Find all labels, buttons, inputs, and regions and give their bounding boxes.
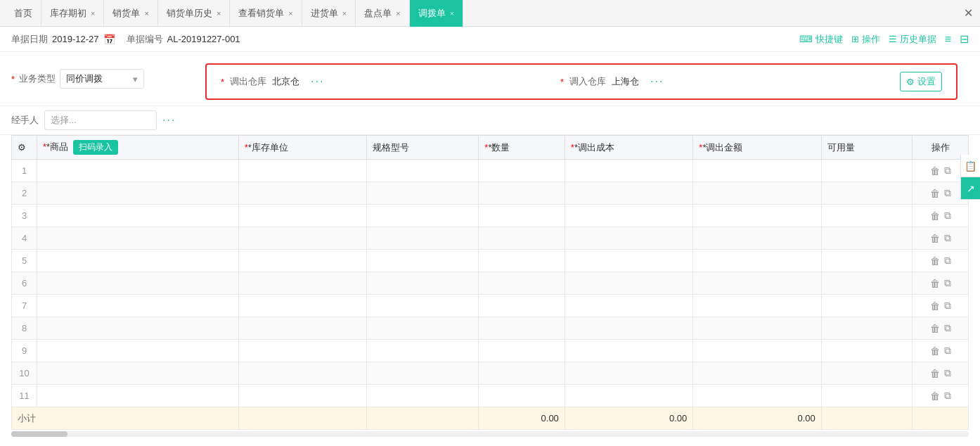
business-type-dropdown[interactable]: 同价调拨 ▾	[60, 69, 144, 89]
cell-qty[interactable]	[479, 250, 565, 272]
out-warehouse-more-icon[interactable]: ···	[311, 75, 324, 88]
tab-view-sales[interactable]: 查看销货单 ×	[230, 0, 302, 27]
calendar-icon[interactable]: 📅	[103, 34, 115, 45]
cell-product[interactable]	[37, 362, 239, 385]
layout-btn1[interactable]: ≡	[945, 33, 951, 46]
cell-unit[interactable]	[238, 227, 366, 250]
cell-amount[interactable]	[693, 362, 821, 385]
cell-product[interactable]	[37, 385, 239, 407]
cell-spec[interactable]	[367, 160, 479, 182]
copy-icon[interactable]: ⧉	[944, 210, 951, 222]
cell-spec[interactable]	[367, 340, 479, 362]
tab-sales-history[interactable]: 销货单历史 ×	[158, 0, 230, 27]
delete-icon[interactable]: 🗑	[930, 300, 940, 312]
cell-cost[interactable]	[565, 227, 692, 250]
cell-product[interactable]	[37, 182, 239, 205]
cell-qty[interactable]	[479, 362, 565, 385]
cell-cost[interactable]	[565, 182, 692, 205]
cell-qty[interactable]	[479, 272, 565, 295]
scroll-track[interactable]	[11, 431, 969, 437]
cell-unit[interactable]	[238, 272, 366, 295]
close-icon[interactable]: ×	[342, 9, 347, 18]
copy-icon[interactable]: ⧉	[944, 187, 951, 199]
tab-sales-order[interactable]: 销货单 ×	[104, 0, 157, 27]
delete-icon[interactable]: 🗑	[930, 210, 940, 222]
cell-qty[interactable]	[479, 205, 565, 227]
cell-qty[interactable]	[479, 227, 565, 250]
delete-icon[interactable]: 🗑	[930, 390, 940, 402]
history-btn[interactable]: ☰ 历史单据	[889, 33, 936, 46]
cell-spec[interactable]	[367, 385, 479, 407]
cell-unit[interactable]	[238, 362, 366, 385]
settings-button[interactable]: ⚙ 设置	[900, 72, 942, 91]
close-icon[interactable]: ×	[450, 9, 454, 18]
delete-icon[interactable]: 🗑	[930, 233, 940, 244]
close-window-icon[interactable]: ✕	[964, 6, 973, 20]
copy-icon[interactable]: ⧉	[944, 390, 951, 402]
cell-cost[interactable]	[565, 317, 692, 340]
copy-icon[interactable]: ⧉	[944, 345, 951, 357]
copy-icon[interactable]: ⧉	[944, 300, 951, 312]
close-icon[interactable]: ×	[217, 9, 221, 18]
cell-qty[interactable]	[479, 340, 565, 362]
copy-icon[interactable]: ⧉	[944, 255, 951, 267]
delete-icon[interactable]: 🗑	[930, 188, 940, 199]
cell-amount[interactable]	[693, 295, 821, 317]
cell-cost[interactable]	[565, 385, 692, 407]
copy-icon[interactable]: ⧉	[944, 165, 951, 177]
cell-amount[interactable]	[693, 182, 821, 205]
tab-purchase[interactable]: 进货单 ×	[302, 0, 356, 27]
cell-product[interactable]	[37, 227, 239, 250]
cell-qty[interactable]	[479, 317, 565, 340]
copy-icon[interactable]: ⧉	[944, 232, 951, 244]
delete-icon[interactable]: 🗑	[930, 278, 940, 289]
copy-icon[interactable]: ⧉	[944, 277, 951, 289]
cell-cost[interactable]	[565, 340, 692, 362]
cell-product[interactable]	[37, 205, 239, 227]
close-icon[interactable]: ×	[91, 9, 95, 18]
in-warehouse-more-icon[interactable]: ···	[650, 75, 664, 88]
scroll-thumb[interactable]	[11, 431, 67, 437]
cell-spec[interactable]	[367, 317, 479, 340]
cell-spec[interactable]	[367, 295, 479, 317]
mini-bar-notes[interactable]: 📋	[961, 155, 980, 177]
copy-icon[interactable]: ⧉	[944, 322, 951, 334]
close-icon[interactable]: ×	[144, 9, 148, 18]
cell-cost[interactable]	[565, 295, 692, 317]
mini-bar-expand[interactable]: ↗	[961, 177, 980, 200]
cell-unit[interactable]	[238, 317, 366, 340]
cell-qty[interactable]	[479, 160, 565, 182]
delete-icon[interactable]: 🗑	[930, 165, 940, 177]
cell-amount[interactable]	[693, 205, 821, 227]
cell-unit[interactable]	[238, 205, 366, 227]
cell-unit[interactable]	[238, 250, 366, 272]
cell-unit[interactable]	[238, 295, 366, 317]
cell-amount[interactable]	[693, 340, 821, 362]
th-gear[interactable]: ⚙	[12, 136, 37, 160]
tab-home[interactable]: 首页	[6, 0, 41, 27]
tab-transfer[interactable]: 调拨单 ×	[410, 0, 463, 27]
cell-product[interactable]	[37, 295, 239, 317]
cell-unit[interactable]	[238, 340, 366, 362]
delete-icon[interactable]: 🗑	[930, 255, 940, 267]
cell-unit[interactable]	[238, 385, 366, 407]
cell-amount[interactable]	[693, 250, 821, 272]
delete-icon[interactable]: 🗑	[930, 368, 940, 379]
tab-inventory-check[interactable]: 盘点单 ×	[356, 0, 409, 27]
cell-product[interactable]	[37, 340, 239, 362]
cell-spec[interactable]	[367, 205, 479, 227]
delete-icon[interactable]: 🗑	[930, 345, 940, 357]
cell-qty[interactable]	[479, 385, 565, 407]
close-icon[interactable]: ×	[288, 9, 292, 18]
cell-unit[interactable]	[238, 182, 366, 205]
delete-icon[interactable]: 🗑	[930, 323, 940, 334]
cell-product[interactable]	[37, 317, 239, 340]
shortcuts-btn[interactable]: ⌨ 快捷键	[799, 33, 843, 46]
tab-inventory-init[interactable]: 库存期初 ×	[41, 0, 104, 27]
close-icon[interactable]: ×	[396, 9, 400, 18]
cell-amount[interactable]	[693, 385, 821, 407]
cell-product[interactable]	[37, 272, 239, 295]
cell-product[interactable]	[37, 160, 239, 182]
cell-spec[interactable]	[367, 227, 479, 250]
copy-icon[interactable]: ⧉	[944, 367, 951, 379]
